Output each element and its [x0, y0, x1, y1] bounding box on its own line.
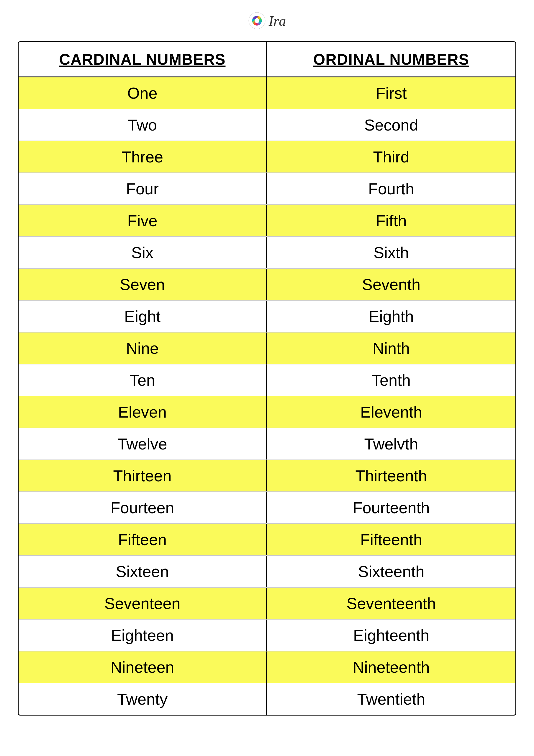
table-row: FifteenFifteenth [18, 524, 516, 556]
cardinal-cell: Seventeen [18, 588, 267, 619]
ordinal-cell: Seventeenth [267, 588, 516, 619]
cardinal-cell: Fourteen [18, 492, 267, 523]
cardinal-cell: One [18, 77, 267, 109]
table-body: OneFirstTwoSecondThreeThirdFourFourthFiv… [18, 77, 516, 715]
ordinal-cell: Tenth [267, 364, 516, 396]
ordinal-cell: Eleventh [267, 396, 516, 428]
ordinal-cell: Fourth [267, 173, 516, 204]
table-row: FiveFifth [18, 205, 516, 237]
table-row: ElevenEleventh [18, 396, 516, 428]
ordinal-cell: Sixteenth [267, 556, 516, 587]
ordinal-cell: Fifteenth [267, 524, 516, 555]
logo-area: Ira [248, 12, 286, 30]
cardinal-cell: Sixteen [18, 556, 267, 587]
cardinal-cell: Eleven [18, 396, 267, 428]
cardinal-cell: Eight [18, 301, 267, 332]
table-row: SevenSeventh [18, 269, 516, 301]
cardinal-cell: Nineteen [18, 652, 267, 683]
ordinal-cell: Eighth [267, 301, 516, 332]
table-row: TenTenth [18, 364, 516, 396]
cardinal-header: CARDINAL NUMBERS [18, 42, 267, 76]
table-row: NineteenNineteenth [18, 652, 516, 683]
logo-icon [248, 12, 266, 30]
ordinal-cell: Sixth [267, 237, 516, 268]
ordinal-cell: Third [267, 141, 516, 173]
ordinal-cell: Second [267, 109, 516, 141]
ordinal-cell: Eighteenth [267, 620, 516, 651]
table-row: ThreeThird [18, 141, 516, 173]
ordinal-cell: Nineteenth [267, 652, 516, 683]
cardinal-cell: Fifteen [18, 524, 267, 555]
table-row: FourteenFourteenth [18, 492, 516, 524]
cardinal-cell: Eighteen [18, 620, 267, 651]
table-row: SixteenSixteenth [18, 556, 516, 588]
table-header: CARDINAL NUMBERS ORDINAL NUMBERS [18, 42, 516, 77]
ordinal-cell: Fourteenth [267, 492, 516, 523]
table-row: FourFourth [18, 173, 516, 205]
cardinal-cell: Nine [18, 333, 267, 364]
table-row: TwelveTwelvth [18, 428, 516, 460]
ordinal-cell: Thirteenth [267, 460, 516, 491]
ordinal-header: ORDINAL NUMBERS [267, 42, 516, 76]
numbers-table: CARDINAL NUMBERS ORDINAL NUMBERS OneFirs… [18, 41, 516, 716]
table-row: ThirteenThirteenth [18, 460, 516, 492]
table-row: SeventeenSeventeenth [18, 588, 516, 620]
cardinal-cell: Three [18, 141, 267, 173]
cardinal-cell: Ten [18, 364, 267, 396]
table-row: EightEighth [18, 301, 516, 333]
cardinal-cell: Twelve [18, 428, 267, 460]
ordinal-cell: Twentieth [267, 683, 516, 715]
table-row: NineNinth [18, 333, 516, 364]
ordinal-cell: Seventh [267, 269, 516, 300]
cardinal-cell: Two [18, 109, 267, 141]
cardinal-cell: Twenty [18, 683, 267, 715]
table-row: TwentyTwentieth [18, 683, 516, 715]
cardinal-cell: Four [18, 173, 267, 204]
ordinal-cell: Twelvth [267, 428, 516, 460]
svg-point-13 [255, 19, 259, 22]
table-row: SixSixth [18, 237, 516, 269]
cardinal-cell: Seven [18, 269, 267, 300]
cardinal-cell: Five [18, 205, 267, 236]
table-row: EighteenEighteenth [18, 620, 516, 652]
ordinal-cell: Fifth [267, 205, 516, 236]
page: Ira CARDINAL NUMBERS ORDINAL NUMBERS One… [0, 0, 534, 756]
table-row: OneFirst [18, 77, 516, 109]
ordinal-cell: First [267, 77, 516, 109]
cardinal-cell: Six [18, 237, 267, 268]
logo-text: Ira [269, 13, 286, 29]
ordinal-cell: Ninth [267, 333, 516, 364]
table-row: TwoSecond [18, 109, 516, 141]
cardinal-cell: Thirteen [18, 460, 267, 491]
